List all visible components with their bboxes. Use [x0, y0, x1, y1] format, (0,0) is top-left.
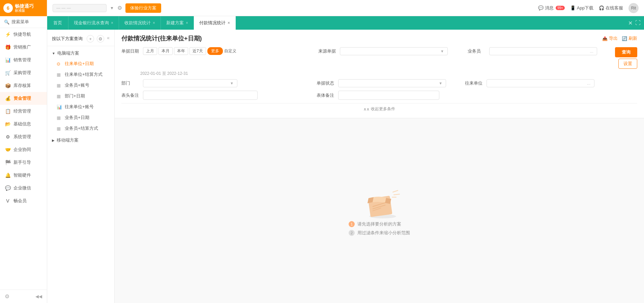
body-note-input[interactable]: [338, 91, 439, 100]
hint-number-2: 2: [349, 230, 355, 236]
sidebar-item-label: 智能硬件: [13, 172, 31, 178]
sidebar-item-basic[interactable]: 📂 基础信息: [0, 118, 47, 130]
sidebar-search[interactable]: 🔍 搜索菜单: [0, 16, 47, 28]
filter-group-source: 来源单据 ▼: [318, 47, 461, 55]
tab-expand-icon[interactable]: ⛶: [635, 20, 641, 26]
staff-arrow-icon: …: [590, 49, 593, 53]
export-icon: 📤: [602, 36, 608, 41]
hardware-icon: 🔔: [5, 173, 11, 178]
sidebar-item-business[interactable]: 📋 经营管理: [0, 105, 47, 118]
tab-new-scheme[interactable]: 新建方案 ×: [161, 16, 194, 30]
date-more-btn[interactable]: 更多: [207, 47, 223, 55]
tab-close-all-icon[interactable]: ✕: [628, 20, 633, 26]
sidebar-item-inventory[interactable]: 📦 库存核算: [0, 79, 47, 92]
doc-status-select[interactable]: ▼: [338, 79, 446, 87]
receipt-stats-tab-close-icon[interactable]: ×: [153, 21, 155, 25]
header-note-input[interactable]: [143, 91, 258, 100]
scheme-group-desktop-title[interactable]: ▼ 电脑端方案: [47, 48, 114, 58]
tabbar: 首页 现金银行流水查询 × 收款情况统计 × 新建方案 × 付款情况统计 × ✕…: [47, 16, 644, 30]
source-label: 来源单据: [318, 48, 337, 54]
address-chevron-icon[interactable]: ▼: [110, 6, 114, 10]
scheme-item-unit-date[interactable]: ⊙ 往来单位+日期: [47, 58, 114, 69]
tab-receipt-stats[interactable]: 收款情况统计 ×: [119, 16, 161, 30]
sidebar-item-wechat[interactable]: 💬 企业微信: [0, 182, 47, 194]
filter-settings-btn[interactable]: 设置: [618, 59, 637, 69]
topbar: — — — ▼ ⚙ 体验行业方案 💬 消息 99+ 📱 App下载 🎧 在线客服…: [47, 0, 644, 16]
scheme-add-btn[interactable]: +: [87, 35, 94, 42]
sidebar-item-hardware[interactable]: 🔔 智能硬件: [0, 169, 47, 182]
date-last-month-btn[interactable]: 上月: [143, 47, 157, 55]
scheme-item-grid-icon: ▦: [57, 72, 62, 77]
export-btn[interactable]: 📤 导出: [602, 35, 618, 41]
filter-group-doc-status: 单据状态 ▼: [317, 79, 458, 87]
trial-btn[interactable]: 体验行业方案: [125, 3, 161, 13]
scheme-group-mobile-title[interactable]: ▶ 移动端方案: [47, 135, 114, 145]
empty-hints: 1 请先选择要分析的方案 2 用过滤条件来缩小分析范围: [349, 221, 410, 236]
staff-select[interactable]: …: [489, 47, 597, 55]
scheme-item-staff-account[interactable]: ▦ 业务员+账号: [47, 80, 114, 91]
topbar-gear-icon[interactable]: ⚙: [117, 5, 122, 11]
partner-select[interactable]: …: [487, 79, 594, 87]
source-select[interactable]: ▼: [340, 47, 448, 55]
scheme-item-staff-date[interactable]: ▦ 业务员+日期: [47, 112, 114, 123]
sidebar-item-label: 畅会员: [13, 198, 27, 204]
filter-area: 付款情况统计(往来单位+日期) 📤 导出 🔄 刷新: [115, 30, 644, 303]
refresh-btn[interactable]: 🔄 刷新: [622, 35, 637, 41]
sidebar-item-system[interactable]: ⚙ 系统管理: [0, 130, 47, 143]
app-sub: 标准版: [15, 9, 34, 13]
wechat-icon: 💬: [5, 185, 11, 191]
tab-payment-stats[interactable]: 付款情况统计 ×: [194, 16, 236, 30]
sidebar-item-sales[interactable]: 📊 销售管理: [0, 54, 47, 66]
scheme-item-label: 往来单位+结算方式: [65, 71, 103, 78]
message-btn[interactable]: 💬 消息 99+: [538, 5, 565, 11]
topbar-right: 💬 消息 99+ 📱 App下载 🎧 在线客服 Rit: [538, 3, 639, 13]
address-bar[interactable]: — — —: [53, 4, 107, 12]
svg-line-6: [394, 194, 400, 195]
date-custom-label[interactable]: 自定义: [224, 48, 236, 54]
main-area: — — — ▼ ⚙ 体验行业方案 💬 消息 99+ 📱 App下载 🎧 在线客服…: [47, 0, 644, 303]
new-scheme-tab-close-icon[interactable]: ×: [186, 21, 188, 25]
filter-group-header-note: 表头备注: [121, 91, 310, 100]
sidebar-settings-icon[interactable]: ⚙: [5, 293, 9, 300]
tab-bank-flow[interactable]: 现金银行流水查询 ×: [68, 16, 119, 30]
payment-stats-tab-close-icon[interactable]: ×: [228, 21, 230, 25]
message-icon: 💬: [538, 5, 544, 10]
sidebar-item-purchase[interactable]: 🛒 采购管理: [0, 66, 47, 79]
content-area: 按以下方案查询 + ⚙ « ▼ 电脑端方案 ⊙: [47, 30, 644, 303]
filter-group-staff: 业务员 …: [468, 47, 610, 55]
scheme-item-unit-account[interactable]: 📊 往来单位+账号: [47, 101, 114, 112]
tab-home[interactable]: 首页: [47, 16, 68, 30]
scheme-item-staff-settle[interactable]: ▦ 业务员+结算方式: [47, 123, 114, 134]
collapse-conditions-btn[interactable]: ∧∧ 收起更多条件: [121, 103, 637, 115]
user-avatar[interactable]: Rit: [628, 3, 639, 13]
system-icon: ⚙: [5, 134, 11, 140]
receipt-stats-tab-label: 收款情况统计: [124, 20, 151, 26]
date-this-month-btn[interactable]: 本月: [158, 47, 173, 55]
sidebar-collapse-icon[interactable]: ◀◀: [35, 294, 42, 299]
filter-group-date: 单据日期 上月 本月 本年 近7天 更多 自定义: [121, 47, 312, 55]
sidebar-item-member[interactable]: V 畅会员: [0, 194, 47, 207]
sidebar-item-enterprise[interactable]: 🤝 企业协同: [0, 143, 47, 156]
scheme-settings-btn[interactable]: ⚙: [97, 35, 104, 42]
date-this-year-btn[interactable]: 本年: [174, 47, 188, 55]
search-label: 搜索菜单: [11, 19, 29, 25]
scheme-item-dept-date[interactable]: ▦ 部门+日期: [47, 91, 114, 101]
scheme-panel-title: 按以下方案查询: [52, 36, 83, 42]
app-download-btn[interactable]: 📱 App下载: [570, 5, 593, 11]
sidebar-item-quick-nav[interactable]: ⚡ 快捷导航: [0, 28, 47, 41]
sidebar-item-marketing[interactable]: 🎁 营销推广: [0, 41, 47, 54]
sidebar-item-finance[interactable]: 💰 资金管理: [0, 92, 47, 105]
sidebar-item-label: 采购管理: [13, 70, 31, 76]
data-area: 1 请先选择要分析的方案 2 用过滤条件来缩小分析范围: [115, 118, 644, 303]
scheme-panel-header: 按以下方案查询 + ⚙ «: [47, 33, 114, 46]
scheme-item-unit-settle[interactable]: ▦ 往来单位+结算方式: [47, 69, 114, 80]
date-last7-btn[interactable]: 近7天: [189, 47, 206, 55]
sidebar-item-guide[interactable]: 🏁 新手引导: [0, 156, 47, 169]
query-btn[interactable]: 查询: [615, 47, 637, 57]
refresh-icon: 🔄: [622, 36, 627, 41]
bank-flow-tab-close-icon[interactable]: ×: [111, 21, 113, 25]
online-service-btn[interactable]: 🎧 在线客服: [599, 5, 623, 11]
scheme-collapse-btn[interactable]: «: [107, 35, 110, 42]
dept-select[interactable]: ▼: [143, 79, 237, 87]
filter-row-3: 表头备注 表体备注: [121, 91, 637, 100]
